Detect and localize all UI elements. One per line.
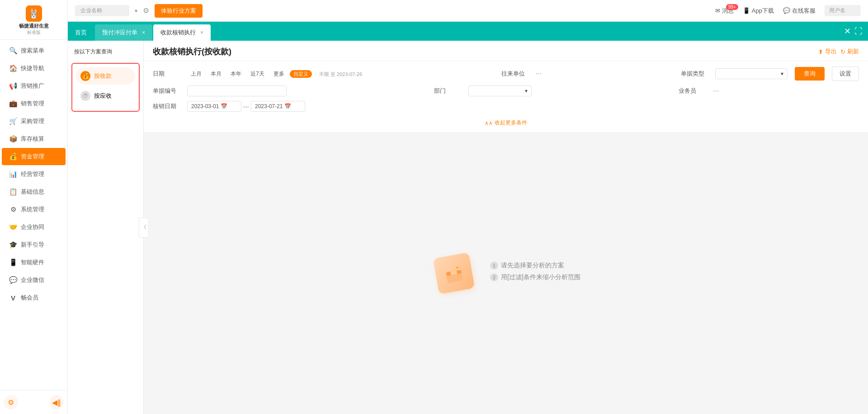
sidebar-item-hardware[interactable]: 📱 智能硬件 <box>2 254 66 271</box>
verify-start-input[interactable]: 2023-03-01 📅 <box>187 101 241 112</box>
app-edition: 标准版 <box>27 29 41 36</box>
sales-nav-icon: 💼 <box>9 100 17 108</box>
sidebar-item-inventory[interactable]: 📦 库存核算 <box>2 130 66 148</box>
collapse-more-btn[interactable]: ∧∧ 收起更多条件 <box>485 116 527 127</box>
sidebar-label-basic: 基础信息 <box>21 188 44 196</box>
empty-illustration <box>431 251 476 296</box>
dept-dropdown-icon: ▾ <box>525 88 528 94</box>
sidebar-item-marketing[interactable]: 📢 营销推广 <box>2 77 66 95</box>
user-profile[interactable]: 用户名 <box>825 5 861 16</box>
verify-end-input[interactable]: 2023-07-21 📅 <box>251 101 305 112</box>
calendar-end-icon: 📅 <box>284 103 291 109</box>
sidebar-item-collab[interactable]: 🤝 企业协同 <box>2 219 66 236</box>
filter-by-receivable[interactable]: ⏱ 按应收 <box>76 87 135 105</box>
panel-collapse-btn[interactable]: 《 <box>139 218 149 238</box>
date-tab-7days[interactable]: 近7天 <box>247 69 268 79</box>
tab1-close-icon[interactable]: × <box>142 29 145 36</box>
date-tab-lastmonth[interactable]: 上月 <box>187 69 205 79</box>
filter-scheme-box: 💰 按收款 ⏱ 按应收 <box>71 63 140 112</box>
sidebar-item-quicknav[interactable]: 🏠 快捷导航 <box>2 60 66 77</box>
tab-prepay[interactable]: 预付冲应付单 × <box>95 24 152 41</box>
content-area: 按以下方案查询 💰 按收款 ⏱ 按应收 《 收款核销执行(按收款) <box>68 41 868 414</box>
home-nav-icon: 🏠 <box>9 64 17 72</box>
left-panel: 按以下方案查询 💰 按收款 ⏱ 按应收 《 <box>68 41 144 414</box>
right-content: 收款核销执行(按收款) ⬆ 导出 ↻ 刷新 日期 <box>144 41 868 414</box>
doctype-label: 单据类型 <box>681 70 708 78</box>
tab-expand-icon[interactable]: ⛶ <box>854 27 863 36</box>
docno-input[interactable] <box>187 86 287 96</box>
empty-box-svg <box>441 260 467 286</box>
tab-actions: ✕ ⛶ <box>839 22 868 41</box>
empty-tip-1: 1 请先选择要分析的方案 <box>490 262 580 270</box>
industry-btn[interactable]: 体验行业方案 <box>155 4 203 18</box>
refresh-btn[interactable]: ↻ 刷新 <box>840 48 859 56</box>
sidebar-item-system[interactable]: ⚙ 系统管理 <box>2 201 66 218</box>
empty-box-visual <box>433 252 475 295</box>
staff-input[interactable]: ··· <box>713 87 719 95</box>
sidebar-item-operations[interactable]: 📊 经营管理 <box>2 166 66 183</box>
sidebar-item-wechat[interactable]: 💬 企业微信 <box>2 271 66 289</box>
date-custom-badge[interactable]: 自定义 <box>290 70 312 78</box>
message-btn[interactable]: ✉ 消息 99+ <box>715 7 734 15</box>
sidebar-nav: 🔍 搜索菜单 🏠 快捷导航 📢 营销推广 💼 销售管理 🛒 采购管理 📦 库存核… <box>0 40 67 390</box>
system-nav-icon: ⚙ <box>9 205 17 214</box>
filter-by-receipt[interactable]: 💰 按收款 <box>76 67 135 85</box>
verify-start-value: 2023-03-01 <box>191 103 219 109</box>
sidebar-item-finance[interactable]: 💰 资金管理 <box>2 148 66 165</box>
sidebar-item-sales[interactable]: 💼 销售管理 <box>2 95 66 112</box>
guide-nav-icon: 🎓 <box>9 241 17 249</box>
tab-home[interactable]: 首页 <box>68 24 94 41</box>
dept-select[interactable]: ▾ <box>468 86 532 96</box>
filter-receivable-label: 按应收 <box>94 92 112 100</box>
inventory-nav-icon: 📦 <box>9 135 17 143</box>
date-tab-more[interactable]: 更多 <box>270 69 288 79</box>
sidebar: 🐰 畅捷通好生意 标准版 🔍 搜索菜单 🏠 快捷导航 📢 营销推广 💼 销售管理… <box>0 0 68 414</box>
receipt-icon: 💰 <box>80 71 90 81</box>
sidebar-bottom: ⚙ ◀‖ <box>0 390 67 414</box>
sidebar-item-search[interactable]: 🔍 搜索菜单 <box>2 42 66 59</box>
app-download-btn[interactable]: 📱 App下载 <box>743 7 774 15</box>
date-tab-thisyear[interactable]: 本年 <box>227 69 245 79</box>
empty-tip-2: 2 用[过滤]条件来缩小分析范围 <box>490 273 580 281</box>
query-btn[interactable]: 查询 <box>795 67 825 81</box>
sidebar-label-search: 搜索菜单 <box>21 47 44 55</box>
tab-close-all-icon[interactable]: ✕ <box>844 26 851 36</box>
tab2-label: 收款核销执行 <box>160 29 196 37</box>
calendar-start-icon: 📅 <box>221 103 227 109</box>
doctype-select[interactable]: ▾ <box>715 68 788 79</box>
service-icon: 💬 <box>783 7 790 14</box>
partner-input[interactable]: ··· <box>536 70 542 78</box>
sidebar-collapse-btn[interactable]: ◀‖ <box>49 395 64 409</box>
finance-nav-icon: 💰 <box>9 152 17 161</box>
filter-row-2: 单据编号 部门 ▾ 业务员 ··· <box>153 86 859 96</box>
doctype-dropdown-icon: ▾ <box>781 71 783 77</box>
sidebar-label-purchase: 采购管理 <box>21 117 44 125</box>
topbar-right: ✉ 消息 99+ 📱 App下载 💬 在线客服 用户名 <box>715 5 861 16</box>
settings-icon[interactable]: ⚙ <box>143 6 149 15</box>
sidebar-item-basic[interactable]: 📋 基础信息 <box>2 183 66 200</box>
online-service-btn[interactable]: 💬 在线客服 <box>783 7 816 15</box>
empty-tips: 1 请先选择要分析的方案 2 用[过滤]条件来缩小分析范围 <box>490 262 580 285</box>
filter-row-3: 核销日期 2023-03-01 📅 — 2023-07-21 📅 <box>153 101 859 112</box>
sidebar-label-inventory: 库存核算 <box>21 135 44 143</box>
date-range-sep: — <box>243 103 249 110</box>
date-tab-thismonth[interactable]: 本月 <box>207 69 225 79</box>
sidebar-item-purchase[interactable]: 🛒 采购管理 <box>2 113 66 130</box>
sidebar-label-system: 系统管理 <box>21 205 44 214</box>
brand-dropdown-icon[interactable]: ▾ <box>135 8 137 14</box>
tab-receipt-verify[interactable]: 收款核销执行 × <box>153 24 211 41</box>
export-btn[interactable]: ⬆ 导出 <box>818 48 837 56</box>
settings-btn[interactable]: 设置 <box>832 67 859 81</box>
brand-selector[interactable]: 企业名称 <box>75 5 129 16</box>
left-panel-title: 按以下方案查询 <box>71 46 140 57</box>
tab2-close-icon[interactable]: × <box>200 29 203 36</box>
tip2-text: 用[过滤]条件来缩小分析范围 <box>501 273 580 281</box>
sidebar-item-guide[interactable]: 🎓 新手引导 <box>2 236 66 253</box>
sidebar-label-hardware: 智能硬件 <box>21 258 44 266</box>
export-icon: ⬆ <box>818 48 823 55</box>
empty-state: 1 请先选择要分析的方案 2 用[过滤]条件来缩小分析范围 <box>144 133 868 414</box>
collapse-more-row: ∧∧ 收起更多条件 <box>153 116 859 127</box>
page-header-actions: ⬆ 导出 ↻ 刷新 <box>818 48 859 56</box>
sidebar-item-member[interactable]: V 畅会员 <box>2 289 66 306</box>
sidebar-settings-btn[interactable]: ⚙ <box>4 395 18 409</box>
